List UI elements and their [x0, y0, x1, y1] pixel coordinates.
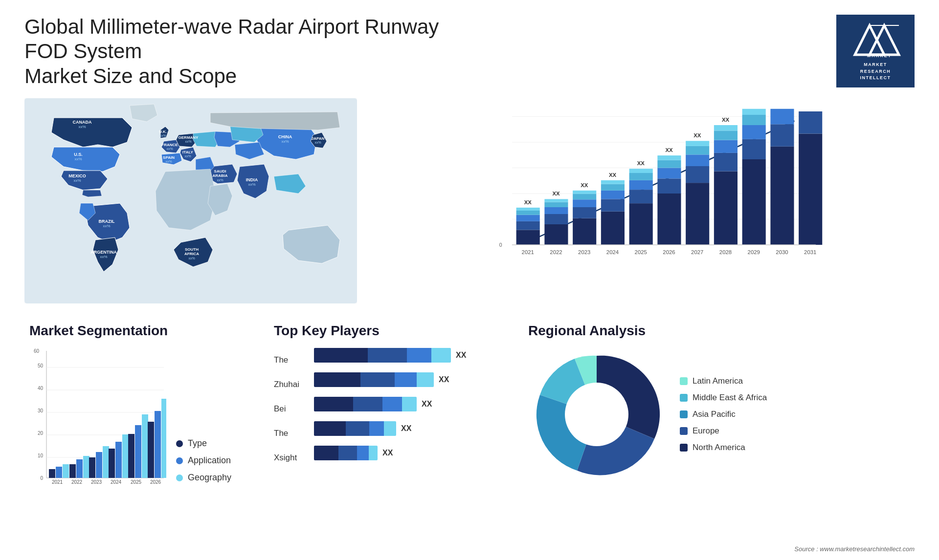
svg-rect-77 — [629, 173, 653, 180]
svg-text:2024: 2024 — [606, 249, 619, 255]
svg-text:XX: XX — [665, 147, 673, 153]
seg-content: 0 10 20 30 40 50 60 — [29, 346, 254, 502]
svg-text:GERMANY: GERMANY — [179, 135, 199, 140]
svg-text:2022: 2022 — [550, 249, 562, 255]
svg-rect-75 — [629, 190, 653, 203]
svg-rect-149 — [128, 434, 134, 478]
reg-label-middle-east: Middle East & Africa — [693, 393, 767, 403]
svg-text:xx%: xx% — [185, 140, 191, 143]
svg-text:xx%: xx% — [100, 255, 107, 259]
regional-content: Latin America Middle East & Africa Asia … — [528, 346, 910, 483]
svg-rect-139 — [83, 456, 89, 478]
player-bar-row-2: XX — [314, 370, 509, 389]
svg-text:MARKET: MARKET — [867, 53, 892, 58]
reg-legend-asia-pacific: Asia Pacific — [680, 409, 767, 419]
svg-text:FRANCE: FRANCE — [161, 143, 178, 147]
title-line1: Global Millimeter-wave Radar Airport Run… — [24, 15, 465, 64]
svg-rect-145 — [109, 449, 115, 478]
svg-rect-55 — [544, 207, 568, 214]
player-name-5: Xsight — [274, 449, 299, 467]
svg-text:xx%: xx% — [217, 178, 223, 182]
player-name-2: Zhuhai — [274, 375, 299, 394]
svg-rect-53 — [544, 224, 568, 245]
svg-text:XX: XX — [552, 191, 560, 197]
svg-rect-109 — [770, 147, 794, 245]
svg-text:SAUDI: SAUDI — [214, 169, 226, 173]
svg-rect-50 — [516, 208, 540, 211]
svg-rect-95 — [714, 172, 738, 245]
svg-rect-84 — [657, 160, 681, 168]
svg-text:xx%: xx% — [314, 141, 321, 144]
logo-svg: MARKET — [845, 21, 914, 60]
svg-rect-78 — [629, 169, 653, 173]
svg-text:xx%: xx% — [159, 134, 166, 137]
svg-text:2021: 2021 — [52, 479, 63, 485]
svg-text:2027: 2027 — [691, 249, 703, 255]
reg-color-europe — [680, 427, 688, 435]
svg-rect-49 — [516, 211, 540, 215]
svg-text:XX: XX — [637, 160, 645, 166]
main-title: Global Millimeter-wave Radar Airport Run… — [24, 15, 465, 88]
logo-line1: MARKET — [845, 62, 906, 68]
svg-rect-74 — [629, 203, 653, 245]
svg-rect-135 — [63, 464, 69, 478]
legend-geography-label: Geography — [188, 473, 231, 483]
svg-marker-0 — [855, 25, 884, 55]
svg-text:2023: 2023 — [91, 479, 102, 485]
svg-rect-99 — [714, 125, 738, 130]
legend-geography-dot — [176, 474, 183, 481]
svg-text:2024: 2024 — [111, 479, 122, 485]
svg-rect-104 — [742, 125, 766, 139]
svg-rect-54 — [544, 214, 568, 224]
svg-point-157 — [565, 383, 628, 446]
svg-rect-56 — [544, 202, 568, 208]
svg-rect-154 — [155, 411, 161, 478]
page-container: Global Millimeter-wave Radar Airport Run… — [0, 0, 939, 560]
top-content: CANADA xx% U.S. xx% MEXICO xx% BRAZIL xx… — [24, 98, 915, 303]
svg-text:ARABIA: ARABIA — [212, 173, 227, 178]
svg-rect-91 — [686, 146, 709, 155]
svg-text:xx%: xx% — [184, 154, 191, 158]
svg-text:xx%: xx% — [103, 224, 110, 228]
svg-rect-47 — [516, 221, 540, 230]
logo-box: MARKET MARKET RESEARCH INTELLECT — [836, 15, 915, 87]
legend-geography: Geography — [176, 473, 231, 483]
svg-text:ITALY: ITALY — [182, 150, 193, 154]
svg-text:50: 50 — [38, 363, 44, 368]
logo-area: MARKET MARKET RESEARCH INTELLECT — [836, 15, 915, 87]
logo-line2: RESEARCH — [845, 68, 906, 75]
svg-rect-70 — [601, 184, 625, 191]
seg-bar-chart: 0 10 20 30 40 50 60 — [29, 346, 166, 502]
svg-text:XX: XX — [524, 199, 532, 205]
svg-rect-61 — [573, 207, 596, 218]
reg-color-middle-east — [680, 394, 688, 402]
svg-rect-71 — [601, 180, 625, 184]
player-bar-row-1: XX — [314, 346, 509, 365]
svg-rect-82 — [657, 179, 681, 194]
regional-title: Regional Analysis — [528, 323, 910, 339]
svg-rect-76 — [629, 180, 653, 190]
player-bar-label-5: XX — [382, 449, 393, 457]
svg-rect-146 — [115, 442, 122, 478]
svg-rect-150 — [135, 425, 141, 478]
svg-text:xx%: xx% — [281, 139, 289, 144]
legend-type: Type — [176, 438, 231, 449]
world-map-svg: CANADA xx% U.S. xx% MEXICO xx% BRAZIL xx… — [24, 98, 357, 303]
svg-rect-67 — [601, 212, 625, 245]
svg-rect-153 — [148, 422, 154, 478]
svg-text:U.K.: U.K. — [159, 129, 167, 134]
svg-rect-106 — [742, 109, 766, 115]
world-map-container: CANADA xx% U.S. xx% MEXICO xx% BRAZIL xx… — [24, 98, 357, 303]
reg-label-north-america: North America — [693, 443, 745, 452]
svg-rect-92 — [686, 141, 709, 147]
svg-text:0: 0 — [40, 475, 43, 481]
svg-rect-111 — [770, 109, 794, 125]
bar-chart-container: 0 XX 2021 — [377, 98, 915, 303]
svg-rect-48 — [516, 215, 540, 221]
donut-chart-svg — [528, 346, 665, 483]
svg-rect-142 — [96, 452, 102, 478]
svg-rect-138 — [76, 459, 83, 478]
svg-text:20: 20 — [38, 431, 44, 436]
header: Global Millimeter-wave Radar Airport Run… — [24, 15, 915, 88]
player-bar-label-2: XX — [439, 375, 449, 384]
